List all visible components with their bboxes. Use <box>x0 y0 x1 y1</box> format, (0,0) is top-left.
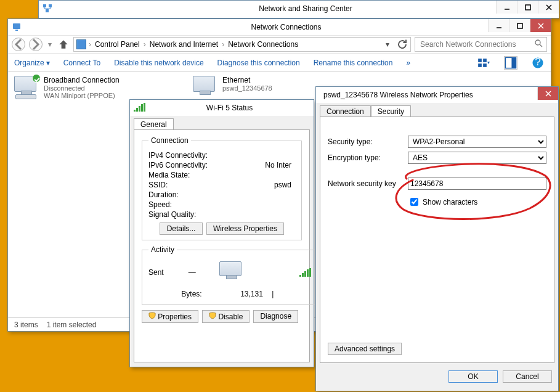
value-speed <box>235 200 295 209</box>
bytes-label: Bytes: <box>148 290 235 298</box>
view-options-button[interactable]: ▾ <box>477 56 490 70</box>
value-ssid: pswd <box>235 181 295 189</box>
value-ipv4 <box>235 151 295 160</box>
svg-rect-0 <box>43 4 46 7</box>
bytes-sent: 13,131 <box>235 290 267 298</box>
chevron-right-icon: › <box>89 40 91 49</box>
chevron-right-icon: › <box>144 40 146 49</box>
value-media <box>235 171 295 179</box>
minimize-button[interactable] <box>496 1 517 14</box>
address-bar-row: ▾ › Control Panel › Network and Internet… <box>8 35 551 54</box>
properties-button[interactable]: Properties <box>142 310 198 323</box>
svg-rect-10 <box>478 63 482 67</box>
svg-rect-9 <box>483 59 487 62</box>
bytes-received <box>279 290 311 298</box>
label-speed: Speed: <box>148 200 235 209</box>
minimize-button[interactable] <box>488 19 509 32</box>
activity-group: Activity Sent — Bytes:13,131| <box>142 245 318 305</box>
search-input[interactable] <box>419 39 535 49</box>
status-ok-icon <box>32 74 41 83</box>
close-button[interactable] <box>530 19 551 32</box>
network-key-input[interactable] <box>408 178 546 190</box>
dialog-wifi-status: Wi-Fi 5 Status General Connection IPv4 C… <box>129 99 314 367</box>
label-ipv6: IPv6 Connectivity: <box>148 161 235 169</box>
connection-device: WAN Miniport (PPPOE) <box>44 92 120 99</box>
organize-menu[interactable]: Organize ▾ <box>14 59 50 67</box>
close-button[interactable] <box>538 1 559 14</box>
dialog-title: Wi-Fi 5 Status <box>145 104 314 112</box>
svg-rect-8 <box>478 59 482 62</box>
connection-status: pswd_12345678 <box>222 84 272 92</box>
disable-device-cmd[interactable]: Disable this network device <box>114 59 203 67</box>
connection-icon <box>193 76 217 98</box>
show-characters-checkbox[interactable]: Show characters <box>408 196 546 208</box>
history-dropdown[interactable]: ▾ <box>46 40 54 49</box>
show-characters-input[interactable] <box>410 198 418 206</box>
disable-button[interactable]: Disable <box>202 310 250 323</box>
svg-rect-4 <box>13 23 20 29</box>
label-duration: Duration: <box>148 190 235 199</box>
tab-security[interactable]: Security <box>371 105 411 117</box>
encryption-type-select[interactable]: AES <box>408 152 546 164</box>
value-ipv6: No Inter <box>235 161 295 169</box>
close-button[interactable] <box>537 87 558 100</box>
group-label: Connection <box>148 136 191 145</box>
cancel-button[interactable]: Cancel <box>503 370 552 383</box>
forward-button[interactable] <box>29 38 43 51</box>
more-commands[interactable]: » <box>406 59 410 67</box>
svg-rect-6 <box>517 23 522 28</box>
label-media: Media State: <box>148 171 235 179</box>
back-button[interactable] <box>12 38 25 51</box>
network-key-label: Network security key <box>328 179 408 188</box>
rename-connection-cmd[interactable]: Rename this connection <box>314 59 393 67</box>
value-signal <box>235 210 295 219</box>
refresh-button[interactable] <box>397 38 408 51</box>
search-icon[interactable] <box>535 39 543 49</box>
svg-rect-1 <box>49 4 52 7</box>
svg-point-7 <box>535 40 540 45</box>
dialog-wireless-properties: pswd_12345678 Wireless Network Propertie… <box>315 86 559 391</box>
svg-text:?: ? <box>535 57 541 68</box>
details-button[interactable]: Details... <box>160 223 203 235</box>
window-title: Network Connections <box>22 23 551 31</box>
advanced-settings-button[interactable]: Advanced settings <box>328 343 402 355</box>
search-box[interactable] <box>415 37 547 52</box>
chevron-right-icon: › <box>222 40 224 49</box>
diagnose-connection-cmd[interactable]: Diagnose this connection <box>217 59 300 67</box>
help-button[interactable]: ? <box>531 56 545 70</box>
security-type-select[interactable]: WPA2-Personal <box>408 136 546 148</box>
breadcrumb[interactable]: › Control Panel › Network and Internet ›… <box>73 37 411 52</box>
breadcrumb-item[interactable]: Network and Internet <box>148 40 219 49</box>
tab-connection[interactable]: Connection <box>320 105 371 117</box>
tab-general[interactable]: General <box>134 118 174 130</box>
item-count: 3 items <box>14 321 38 329</box>
value-duration <box>235 190 295 199</box>
connection-name: Broadband Connection <box>44 76 120 84</box>
location-icon <box>76 39 86 49</box>
maximize-button[interactable] <box>509 19 530 32</box>
svg-rect-3 <box>526 5 530 10</box>
breadcrumb-item[interactable]: Network Connections <box>227 40 299 49</box>
wireless-properties-button[interactable]: Wireless Properties <box>206 223 284 235</box>
connection-name: Ethernet <box>222 76 272 84</box>
svg-rect-5 <box>15 30 18 31</box>
chevron-down-icon: ▾ <box>46 59 50 67</box>
connection-item-broadband[interactable]: Broadband Connection Disconnected WAN Mi… <box>14 76 168 99</box>
activity-icon <box>219 261 244 284</box>
breadcrumb-item[interactable]: Control Panel <box>94 40 141 49</box>
up-button[interactable] <box>57 38 70 51</box>
show-characters-label: Show characters <box>423 198 477 206</box>
selection-count: 1 item selected <box>47 321 97 329</box>
maximize-button[interactable] <box>517 1 538 14</box>
diagnose-button[interactable]: Diagnose <box>253 310 298 323</box>
preview-pane-button[interactable] <box>504 56 517 70</box>
signal-icon <box>299 268 311 277</box>
security-type-label: Security type: <box>328 137 408 146</box>
address-dropdown[interactable]: ▾ <box>382 38 393 51</box>
connect-to-cmd[interactable]: Connect To <box>63 59 101 67</box>
group-label: Activity <box>148 245 177 254</box>
ok-button[interactable]: OK <box>448 370 498 383</box>
shield-icon <box>148 312 156 319</box>
connection-group: Connection IPv4 Connectivity: IPv6 Conne… <box>142 136 302 240</box>
connection-status: Disconnected <box>44 84 120 92</box>
